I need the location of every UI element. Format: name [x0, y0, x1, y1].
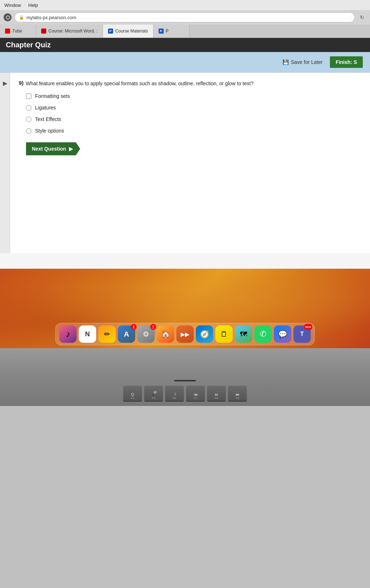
lock-icon: 🔒: [19, 15, 24, 20]
appstore-badge: 1: [131, 324, 137, 330]
keyboard-tab-pill: [174, 380, 196, 381]
keyboard-row-fn: Q F4 🎤 F5 ☽ F6 ⏮ F7 ⏯ F8 ⏭ F9: [123, 386, 247, 402]
option-text-effects: Text Effects: [26, 116, 361, 122]
dock-icon-home[interactable]: 🏠: [157, 325, 174, 343]
dock-icon-maps[interactable]: 🗺: [235, 325, 252, 343]
option-radio-ligatures[interactable]: [26, 105, 31, 111]
tab-course-msword[interactable]: Course: Microsoft Word, :: [36, 25, 103, 38]
dock-icon-news[interactable]: N: [79, 325, 96, 343]
option-style-options: Style options: [26, 128, 361, 134]
page-title: Chapter Quiz: [6, 41, 51, 49]
dock-icon-notes[interactable]: 🗒: [215, 325, 233, 343]
tab-label-extra: P: [166, 29, 169, 34]
next-question-label: Next Question: [32, 146, 66, 152]
browser-shield-icon: ⬡: [4, 13, 12, 21]
tabs-bar: Tube Course: Microsoft Word, : P Course …: [0, 25, 370, 38]
question-area: 9) What feature enables you to apply spe…: [10, 73, 370, 253]
menu-help[interactable]: Help: [28, 3, 38, 8]
option-label-style-options[interactable]: Style options: [35, 128, 64, 134]
keyboard-area: Q F4 🎤 F5 ☽ F6 ⏮ F7 ⏯ F8 ⏭ F9: [0, 348, 370, 406]
quiz-header: 💾 Save for Later Finish: S: [0, 52, 370, 73]
save-icon: 💾: [283, 59, 289, 65]
tab-favicon-tube: [5, 29, 10, 34]
dock-icon-teams[interactable]: T NEW: [293, 325, 311, 343]
dock-icon-messenger[interactable]: 💬: [274, 325, 291, 343]
tab-label-tube: Tube: [12, 29, 22, 34]
key-f6[interactable]: ☽ F6: [165, 386, 184, 402]
option-label-ligatures[interactable]: Ligatures: [35, 105, 56, 111]
content-area: 💾 Save for Later Finish: S ▶ 9) What fea…: [0, 52, 370, 269]
browser-chrome: ⬡ 🔒 mylabs-px.pearson.com ↻ Tube Course:…: [0, 10, 370, 38]
option-label-formatting[interactable]: Formatting sets: [35, 93, 70, 99]
address-text: mylabs-px.pearson.com: [26, 15, 76, 20]
save-later-button[interactable]: 💾 Save for Later: [280, 58, 326, 66]
teams-badge: NEW: [304, 324, 312, 330]
dock-icon-safari[interactable]: 🧭: [196, 325, 213, 343]
tab-favicon-course: [41, 29, 46, 34]
settings-badge: 1: [150, 324, 156, 330]
tab-extra[interactable]: P P: [154, 25, 190, 38]
tab-favicon-extra: P: [159, 29, 164, 34]
option-formatting-sets: Formatting sets: [26, 93, 361, 99]
page-title-bar: Chapter Quiz: [0, 38, 370, 52]
side-nav-arrow[interactable]: ▶: [0, 73, 10, 253]
menu-window[interactable]: Window: [4, 3, 21, 8]
option-radio-style-options[interactable]: [26, 128, 31, 134]
save-later-label: Save for Later: [291, 59, 323, 65]
dock: ♪ N ✏ A 1 ⚙ 1 🏠 ▶▶ 🧭 🗒 🗺 ✆ 💬 T NEW: [55, 323, 315, 345]
browser-toolbar: ⬡ 🔒 mylabs-px.pearson.com ↻: [0, 10, 370, 25]
finish-label: Finish: S: [336, 59, 357, 65]
address-bar[interactable]: 🔒 mylabs-px.pearson.com: [14, 12, 355, 22]
tab-label-materials: Course Materials: [115, 29, 148, 34]
key-f4[interactable]: Q F4: [123, 386, 142, 402]
desktop-wallpaper: ♪ N ✏ A 1 ⚙ 1 🏠 ▶▶ 🧭 🗒 🗺 ✆ 💬 T NEW: [0, 269, 370, 348]
arrow-icon: ▶: [69, 146, 73, 152]
option-checkbox-formatting[interactable]: [26, 94, 31, 99]
dock-icon-music[interactable]: ♪: [59, 325, 77, 343]
option-label-text-effects[interactable]: Text Effects: [35, 116, 61, 122]
question-number: 9): [19, 80, 23, 86]
dock-icon-whatsapp[interactable]: ✆: [254, 325, 272, 343]
key-f8[interactable]: ⏯ F8: [207, 386, 226, 402]
key-f7[interactable]: ⏮ F7: [186, 386, 205, 402]
key-f9[interactable]: ⏭ F9: [228, 386, 247, 402]
key-f5[interactable]: 🎤 F5: [144, 386, 163, 402]
dock-icon-settings[interactable]: ⚙ 1: [137, 325, 155, 343]
question-text: What feature enables you to apply specia…: [26, 80, 253, 87]
finish-button[interactable]: Finish: S: [330, 56, 363, 68]
tab-label-course: Course: Microsoft Word, :: [48, 29, 98, 34]
dock-icon-pages[interactable]: ✏: [98, 325, 116, 343]
dock-icon-appstore[interactable]: A 1: [118, 325, 135, 343]
tab-course-materials[interactable]: P Course Materials: [103, 25, 154, 38]
tab-favicon-materials: P: [108, 29, 113, 34]
tab-tube[interactable]: Tube: [0, 25, 36, 38]
option-ligatures: Ligatures: [26, 105, 361, 111]
next-question-button[interactable]: Next Question ▶: [26, 142, 80, 155]
option-radio-text-effects[interactable]: [26, 117, 31, 122]
question-header: 9) What feature enables you to apply spe…: [19, 80, 361, 87]
quiz-content: ▶ 9) What feature enables you to apply s…: [0, 73, 370, 253]
menu-bar: Window Help: [0, 0, 370, 10]
dock-icon-books[interactable]: ▶▶: [176, 325, 194, 343]
reload-button[interactable]: ↻: [358, 13, 366, 22]
chevron-right-icon: ▶: [3, 80, 7, 87]
options-list: Formatting sets Ligatures Text Effects S…: [26, 93, 361, 134]
